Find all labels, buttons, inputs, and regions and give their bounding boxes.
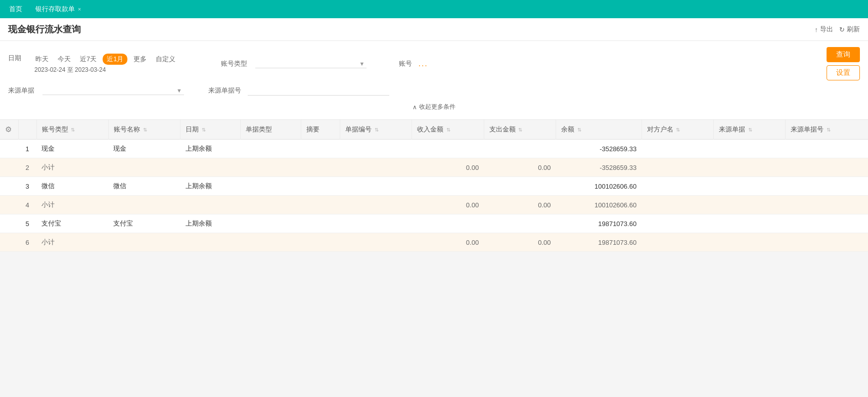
cell-account_type: 支付宝 [36, 214, 108, 233]
column-header-account_type[interactable]: 账号类型 ⇅ [36, 120, 108, 140]
cell-balance: 19871073.60 [556, 214, 642, 233]
sort-icon: ⇅ [71, 127, 75, 133]
date-shortcut-btn[interactable]: 自定义 [153, 54, 178, 65]
sort-icon: ⇅ [143, 127, 147, 133]
column-header-expense[interactable]: 支出金额 ⇅ [484, 120, 556, 140]
cell-account_type: 小计 [36, 196, 108, 214]
cell-doc_no [340, 196, 412, 214]
account-dots[interactable]: ... [418, 59, 428, 68]
cell-summary [301, 214, 340, 233]
cell-account_type: 小计 [36, 233, 108, 252]
date-shortcut-btn[interactable]: 更多 [130, 54, 150, 65]
date-shortcut-btn[interactable]: 近1月 [103, 54, 127, 65]
setting-button[interactable]: 设置 [827, 65, 860, 80]
page-header: 现金银行流水查询 ↑ 导出 ↻ 刷新 [0, 18, 868, 41]
column-header-account_name[interactable]: 账号名称 ⇅ [108, 120, 180, 140]
cell-income [412, 214, 484, 233]
column-header-income[interactable]: 收入金额 ⇅ [412, 120, 484, 140]
cell-account_type: 小计 [36, 158, 108, 177]
cell-date: 上期余额 [180, 140, 240, 158]
cell-doc_type [240, 140, 301, 158]
cell-doc_type [240, 196, 301, 214]
source-doc-no-input[interactable] [248, 85, 389, 96]
date-shortcut-btn[interactable]: 近7天 [77, 54, 100, 65]
filter-row-2: 来源单据 ▼ 来源单据号 [8, 85, 860, 96]
sort-icon: ⇅ [375, 127, 379, 133]
cell-source_doc [714, 196, 786, 214]
collapse-up-icon: ∧ [413, 104, 417, 111]
page-title: 现金银行流水查询 [8, 23, 81, 35]
refresh-button[interactable]: ↻ 刷新 [839, 25, 860, 34]
cell-balance: 100102606.60 [556, 196, 642, 214]
date-shortcut-btn[interactable]: 今天 [55, 54, 74, 65]
cell-counterparty [642, 140, 713, 158]
cell-account_name [108, 233, 180, 252]
nav-tab[interactable]: 银行存取款单× [29, 0, 100, 18]
cell-counterparty [642, 196, 713, 214]
chevron-down-icon: ▼ [359, 61, 365, 67]
account-type-select[interactable]: ▼ [255, 60, 367, 68]
cell-date: 上期余额 [180, 214, 240, 233]
cell-expense [484, 140, 556, 158]
source-doc-chevron-icon: ▼ [176, 87, 182, 94]
cell-account_type: 微信 [36, 177, 108, 196]
cell-date [180, 196, 240, 214]
cell-expense: 0.00 [484, 233, 556, 252]
source-doc-select[interactable]: ▼ [42, 86, 184, 95]
tab-close-icon[interactable]: × [78, 0, 81, 18]
source-doc-filter: 来源单据 ▼ [8, 86, 184, 95]
filter-area: 日期 昨天今天近7天近1月更多自定义 2023-02-24 至 2023-03-… [0, 41, 868, 120]
cell-doc_no [340, 233, 412, 252]
table-row: 1现金现金上期余额-3528659.33 [0, 140, 868, 158]
filter-row-1: 日期 昨天今天近7天近1月更多自定义 2023-02-24 至 2023-03-… [8, 47, 860, 80]
date-shortcut-btn[interactable]: 昨天 [32, 54, 52, 65]
column-header-date[interactable]: 日期 ⇅ [180, 120, 240, 140]
cell-income: 0.00 [412, 196, 484, 214]
cell-counterparty [642, 158, 713, 177]
source-doc-no-filter: 来源单据号 [208, 85, 389, 96]
cell-date [180, 233, 240, 252]
column-header-balance[interactable]: 余额 ⇅ [556, 120, 642, 140]
cell-source_doc [714, 214, 786, 233]
query-button[interactable]: 查询 [827, 47, 860, 62]
cell-expense: 0.00 [484, 158, 556, 177]
cell-doc_no [340, 177, 412, 196]
row-index: 1 [18, 140, 36, 158]
cell-counterparty [642, 214, 713, 233]
row-index: 6 [18, 233, 36, 252]
table-row: 5支付宝支付宝上期余额19871073.60 [0, 214, 868, 233]
cell-balance: -3528659.33 [556, 140, 642, 158]
cell-expense [484, 177, 556, 196]
cell-income: 0.00 [412, 158, 484, 177]
column-header-source_doc[interactable]: 来源单据 ⇅ [714, 120, 786, 140]
cell-income [412, 177, 484, 196]
cell-income: 0.00 [412, 233, 484, 252]
table-head: ⚙账号类型 ⇅账号名称 ⇅日期 ⇅单据类型摘要单据编号 ⇅收入金额 ⇅支出金额 … [0, 120, 868, 140]
date-filter: 日期 昨天今天近7天近1月更多自定义 2023-02-24 至 2023-03-… [8, 54, 178, 74]
cell-source_doc_no [786, 233, 868, 252]
filter-buttons: 查询 设置 [827, 47, 860, 80]
cell-summary [301, 233, 340, 252]
column-header-source_doc_no[interactable]: 来源单据号 ⇅ [786, 120, 868, 140]
cell-expense: 0.00 [484, 196, 556, 214]
export-button[interactable]: ↑ 导出 [815, 25, 834, 34]
nav-home[interactable]: 首页 [2, 0, 29, 18]
cell-summary [301, 196, 340, 214]
cell-doc_no [340, 214, 412, 233]
column-header-doc_no[interactable]: 单据编号 ⇅ [340, 120, 412, 140]
collapse-bar[interactable]: ∧ 收起更多条件 [8, 101, 860, 113]
cell-doc_type [240, 158, 301, 177]
cell-doc_no [340, 140, 412, 158]
column-header-doc_type: 单据类型 [240, 120, 301, 140]
column-header-counterparty[interactable]: 对方户名 ⇅ [642, 120, 713, 140]
table-body: 1现金现金上期余额-3528659.332小计0.000.00-3528659.… [0, 140, 868, 252]
cell-source_doc [714, 233, 786, 252]
account-filter: 账号 ... [399, 59, 428, 68]
row-index: 5 [18, 214, 36, 233]
cell-counterparty [642, 233, 713, 252]
cell-summary [301, 158, 340, 177]
top-nav: 首页 收款单×付款单×其他收入单×应收应付调整单×银行存取款单×预收冲应收单×收… [0, 0, 868, 18]
gear-icon[interactable]: ⚙ [5, 125, 12, 134]
cell-expense [484, 214, 556, 233]
account-type-filter: 账号类型 ▼ [221, 59, 367, 68]
